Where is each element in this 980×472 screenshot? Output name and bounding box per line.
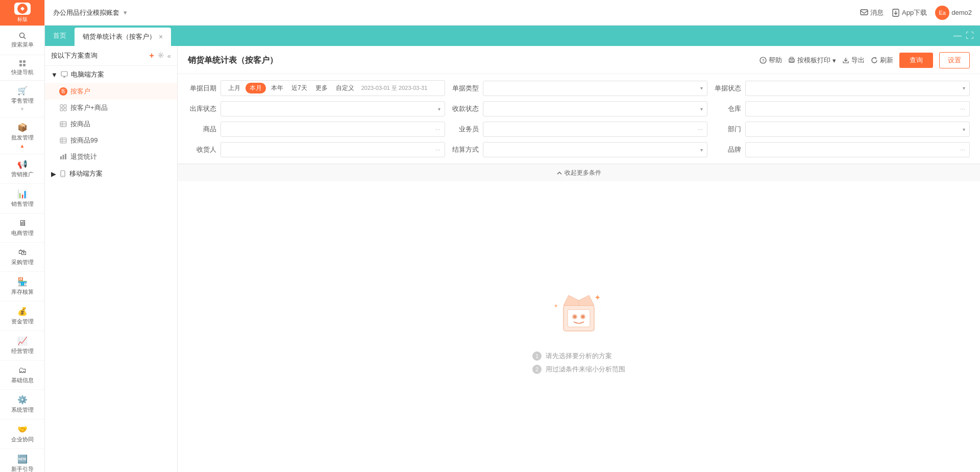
message-button[interactable]: 消息 bbox=[860, 8, 884, 17]
header-left: 办公用品行业模拟账套 ▾ bbox=[53, 8, 127, 17]
tab-home[interactable]: 首页 bbox=[45, 26, 75, 46]
active-scheme-icon: 客 bbox=[59, 87, 67, 96]
date-tab-this-year[interactable]: 本年 bbox=[268, 83, 286, 93]
filter-row-1: 单据日期 上月 本月 本年 近7天 更多 自定义 2023-03-01 至 20… bbox=[188, 80, 970, 96]
sidebar-item-ecommerce[interactable]: 🖥 电商管理 bbox=[0, 214, 44, 243]
tab-maximize-button[interactable]: ⛶ bbox=[966, 31, 974, 40]
sidebar-item-label: 库存核算 bbox=[11, 288, 34, 296]
scheme-add-button[interactable]: + bbox=[149, 51, 154, 60]
sidebar-item-system[interactable]: ⚙️ 系统管理 bbox=[0, 390, 44, 419]
doc-status-arrow: ▾ bbox=[963, 85, 965, 91]
svg-rect-28 bbox=[65, 154, 66, 159]
sales-icon: 📊 bbox=[17, 189, 28, 199]
user-menu[interactable]: Ea demo2 bbox=[935, 6, 972, 20]
date-tab-last-7-days[interactable]: 近7天 bbox=[288, 83, 310, 93]
mobile-collapse-icon: ▶ bbox=[51, 170, 56, 178]
sidebar-item-guide[interactable]: 🆕 新手引导 bbox=[0, 449, 44, 472]
goods-dots[interactable]: ··· bbox=[435, 126, 440, 133]
scheme-item-by-customer[interactable]: 客 按客户 bbox=[45, 83, 177, 100]
tab-close-button[interactable]: × bbox=[159, 33, 163, 41]
retail-arrow: ▼ bbox=[20, 106, 25, 112]
sidebar-item-label: 电商管理 bbox=[11, 229, 34, 237]
sidebar-item-inventory[interactable]: 🏪 库存核算 bbox=[0, 272, 44, 301]
consignee-select[interactable]: ··· bbox=[220, 142, 445, 157]
svg-rect-18 bbox=[60, 122, 66, 127]
warehouse-select[interactable]: ··· bbox=[745, 101, 970, 116]
date-tab-this-month[interactable]: 本月 bbox=[246, 83, 266, 93]
print-button[interactable]: 按模板打印 ▾ bbox=[788, 56, 836, 65]
wholesale-icon: 📦 bbox=[17, 123, 28, 132]
retail-icon: 🛒 bbox=[17, 86, 28, 96]
scheme-group-pc-header[interactable]: ▼ 电脑端方案 bbox=[45, 66, 177, 83]
sidebar-item-basic[interactable]: 🗂 基础信息 bbox=[0, 361, 44, 390]
consignee-dots[interactable]: ··· bbox=[435, 146, 440, 153]
left-scheme-panel: 按以下方案查询 + « ▼ bbox=[45, 46, 178, 472]
stock-status-select[interactable]: ▾ bbox=[220, 101, 445, 116]
filter-row-3: 商品 ··· 业务员 ··· 部门 bbox=[188, 122, 970, 137]
brand-select[interactable]: ··· bbox=[745, 142, 970, 157]
tab-minimize-button[interactable]: — bbox=[953, 31, 962, 40]
dept-select[interactable]: ▾ bbox=[745, 122, 970, 137]
collapse-conditions-button[interactable]: 收起更多条件 bbox=[178, 164, 980, 181]
date-picker[interactable]: 上月 本月 本年 近7天 更多 自定义 2023-03-01 至 2023-03… bbox=[220, 80, 445, 96]
sidebar-item-enterprise[interactable]: 🤝 企业协同 bbox=[0, 419, 44, 449]
doc-type-select[interactable]: ▾ bbox=[483, 81, 707, 96]
sidebar-item-retail[interactable]: 🛒 零售管理 ▼ bbox=[0, 81, 44, 117]
brand-dots[interactable]: ··· bbox=[960, 146, 965, 153]
svg-rect-15 bbox=[64, 105, 66, 107]
refresh-label: 刷新 bbox=[880, 56, 893, 65]
collapse-triangle-icon: ▼ bbox=[51, 71, 58, 79]
warehouse-dots[interactable]: ··· bbox=[960, 105, 965, 112]
export-button[interactable]: 导出 bbox=[842, 56, 865, 65]
sidebar-item-marketing[interactable]: 📢 营销推广 bbox=[0, 154, 44, 184]
filter-area: 单据日期 上月 本月 本年 近7天 更多 自定义 2023-03-01 至 20… bbox=[178, 74, 980, 164]
date-tab-custom[interactable]: 自定义 bbox=[333, 83, 357, 93]
goods-select[interactable]: ··· bbox=[220, 122, 445, 137]
query-button[interactable]: 查询 bbox=[899, 53, 933, 68]
tip-text-2: 用过滤条件来缩小分析范围 bbox=[546, 365, 625, 374]
quick-nav-area: 快捷导航 bbox=[0, 55, 44, 81]
scheme-group-mobile-header[interactable]: ▶ 移动端方案 bbox=[45, 165, 177, 182]
scheme-item-by-goods[interactable]: 按商品 bbox=[45, 116, 177, 132]
quick-nav-button[interactable]: 快捷导航 bbox=[7, 57, 38, 78]
scheme-item-return[interactable]: 退货统计 bbox=[45, 149, 177, 165]
export-label: 导出 bbox=[851, 56, 865, 65]
tab-active[interactable]: 销货单统计表（按客户） × bbox=[75, 28, 171, 46]
empty-tip-2: 2 用过滤条件来缩小分析范围 bbox=[532, 365, 625, 374]
sidebar-item-finance[interactable]: 💰 资金管理 bbox=[0, 301, 44, 331]
sidebar-item-operations[interactable]: 📈 经营管理 bbox=[0, 331, 44, 361]
print-dropdown-icon[interactable]: ▾ bbox=[832, 57, 836, 64]
scheme-item-label: 按商品 bbox=[70, 120, 90, 129]
date-label: 单据日期 bbox=[188, 84, 216, 93]
tip-text-1: 请先选择要分析的方案 bbox=[546, 351, 612, 361]
inventory-icon: 🏪 bbox=[17, 277, 28, 287]
sidebar-item-wholesale[interactable]: 📦 批发管理 ▲ bbox=[0, 117, 44, 154]
search-menu-button[interactable]: 搜索菜单 bbox=[7, 30, 38, 51]
scheme-item-by-goods-99[interactable]: 按商品99 bbox=[45, 132, 177, 149]
settings-button[interactable]: 设置 bbox=[939, 52, 970, 68]
scheme-settings-button[interactable] bbox=[157, 52, 164, 60]
settlement-select[interactable]: ▾ bbox=[483, 142, 707, 157]
doc-status-select[interactable]: ▾ bbox=[745, 81, 970, 96]
svg-rect-27 bbox=[63, 155, 64, 159]
sidebar-item-purchase[interactable]: 🛍 采购管理 bbox=[0, 243, 44, 272]
svg-rect-7 bbox=[861, 10, 868, 15]
date-tab-group: 上月 本月 本年 近7天 更多 自定义 bbox=[225, 83, 357, 93]
date-tab-more[interactable]: 更多 bbox=[312, 83, 331, 93]
scheme-collapse-button[interactable]: « bbox=[167, 52, 171, 60]
sidebar-item-label: 资金管理 bbox=[11, 318, 34, 325]
salesperson-dots[interactable]: ··· bbox=[698, 126, 703, 133]
refresh-button[interactable]: 刷新 bbox=[871, 56, 893, 65]
scheme-item-by-customer-goods[interactable]: 按客户+商品 bbox=[45, 100, 177, 116]
page-actions: ? 帮助 按模板打印 ▾ bbox=[760, 52, 970, 68]
wholesale-arrow: ▲ bbox=[20, 143, 25, 149]
svg-point-1 bbox=[19, 33, 24, 38]
help-button[interactable]: ? 帮助 bbox=[760, 56, 782, 65]
sidebar-item-sales[interactable]: 📊 销售管理 bbox=[0, 184, 44, 214]
refresh-icon bbox=[871, 57, 878, 64]
payment-status-select[interactable]: ▾ bbox=[483, 101, 707, 116]
date-tab-last-month[interactable]: 上月 bbox=[225, 83, 243, 93]
app-download-button[interactable]: App下载 bbox=[892, 8, 927, 17]
salesperson-select[interactable]: ··· bbox=[483, 122, 707, 137]
workspace-dropdown[interactable]: ▾ bbox=[124, 9, 127, 16]
